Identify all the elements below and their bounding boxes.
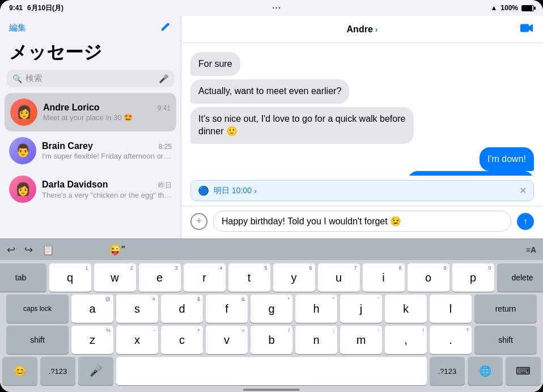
message-3: It's so nice out, I'd love to go for a q… — [190, 107, 414, 144]
key-b[interactable]: /b — [251, 326, 292, 354]
reminder-bar[interactable]: 🔵 明日 10:00 › ✕ — [190, 180, 534, 201]
key-i[interactable]: 8i — [363, 263, 405, 292]
conversation-item-andre[interactable]: 👩 Andre Lorico 9:41 Meet at your place i… — [5, 93, 176, 131]
avatar-darla: 👩 — [9, 176, 36, 203]
key-z[interactable]: %z — [71, 326, 113, 354]
key-o[interactable]: 9o — [408, 263, 449, 292]
key-comma[interactable]: !, — [385, 326, 427, 354]
key-row-2: caps lock @a #s $d &f *g "h 'j k l retur… — [2, 295, 541, 323]
emoji-button[interactable]: 😜" — [109, 244, 125, 256]
wifi-icon: ▲ — [490, 4, 497, 12]
message-4: I'm down! — [480, 147, 534, 171]
status-time: 9:41 — [9, 4, 23, 12]
home-indicator-bar — [0, 387, 543, 392]
conversation-item-brain[interactable]: 👨 Brain Carey 8:25 I'm super flexible! F… — [0, 131, 181, 170]
reminder-close-button[interactable]: ✕ — [519, 185, 527, 196]
conversation-item-darla[interactable]: 👩 Darla Davidson 昨日 There's a very "chic… — [0, 170, 181, 208]
chat-contact[interactable]: Andre › — [347, 24, 378, 35]
key-e[interactable]: 3e — [139, 263, 181, 292]
keyboard-rows: tab 1q 2w 3e 4r 5t 6y 7u 8i 9o 0p delete… — [0, 260, 543, 387]
numeric-key-right[interactable]: .?123 — [430, 357, 465, 385]
numeric-key-left[interactable]: .?123 — [40, 357, 75, 385]
text-style-button[interactable]: ≡A — [526, 245, 536, 254]
tab-key[interactable]: tab — [0, 263, 46, 292]
mic-icon[interactable]: 🎤 — [159, 74, 168, 83]
avatar-brain: 👨 — [9, 137, 36, 164]
key-x[interactable]: -x — [116, 326, 158, 354]
chevron-icon: › — [375, 25, 378, 34]
key-period[interactable]: ?. — [430, 326, 472, 354]
key-j[interactable]: 'j — [340, 295, 382, 323]
key-n[interactable]: ;n — [295, 326, 337, 354]
key-d[interactable]: $d — [161, 295, 203, 323]
mic-key[interactable]: 🎤 — [78, 357, 113, 385]
message-5: Meet at your place in 30 🤩 — [408, 171, 534, 176]
add-button[interactable]: + — [190, 213, 207, 230]
conv-preview-andre: Meet at your place in 30 🤩 — [43, 113, 171, 122]
key-w[interactable]: 2w — [94, 263, 136, 292]
conv-preview-darla: There's a very "chicken or the egg" thin… — [42, 191, 172, 199]
key-row-3: shift %z -x +c =v /b ;n :m !, ?. shift — [2, 326, 541, 354]
key-k[interactable]: k — [385, 295, 427, 323]
key-s[interactable]: #s — [116, 295, 158, 323]
key-y[interactable]: 6y — [273, 263, 315, 292]
message-input[interactable]: Happy birthday! Told you I wouldn't forg… — [213, 211, 511, 232]
undo-button[interactable]: ↩ — [7, 244, 15, 256]
key-r[interactable]: 4r — [184, 263, 226, 292]
key-q[interactable]: 1q — [49, 263, 91, 292]
search-icon: 🔍 — [12, 74, 22, 83]
space-key[interactable] — [116, 357, 427, 385]
message-1: For sure — [190, 52, 240, 76]
key-a[interactable]: @a — [71, 295, 113, 323]
conv-name-darla: Darla Davidson — [42, 180, 108, 190]
message-2: Actually, want to meet even earlier? — [190, 79, 349, 103]
key-l[interactable]: l — [430, 295, 472, 323]
keyboard-dismiss-key[interactable]: ⌨ — [506, 357, 541, 385]
key-row-1: tab 1q 2w 3e 4r 5t 6y 7u 8i 9o 0p delete — [2, 263, 541, 292]
home-indicator — [243, 389, 300, 391]
delete-key[interactable]: delete — [497, 263, 544, 292]
key-p[interactable]: 0p — [452, 263, 494, 292]
outgoing-group: I'm down! Meet at your place in 30 🤩 配信済… — [190, 147, 534, 176]
chat-header: Andre › — [181, 16, 543, 43]
input-area: + Happy birthday! Told you I wouldn't fo… — [181, 206, 543, 238]
key-f[interactable]: &f — [206, 295, 248, 323]
capslock-key[interactable]: caps lock — [6, 295, 69, 323]
avatar-andre: 👩 — [10, 99, 37, 126]
clipboard-button[interactable]: 📋 — [42, 244, 54, 256]
status-bar: 9:41 6月10日(月) ··· ▲ 100% — [0, 0, 543, 16]
redo-button[interactable]: ↪ — [24, 244, 33, 256]
reminder-time: 明日 10:00 › — [214, 186, 257, 196]
chat-area: Andre › For sure Actually, want to meet … — [181, 16, 543, 238]
key-t[interactable]: 5t — [228, 263, 270, 292]
messages-container: For sure Actually, want to meet even ear… — [181, 43, 543, 176]
keyboard-area: ↩ ↪ 📋 😜" ≡A tab 1q 2w 3e 4r 5t 6y 7u 8i … — [0, 238, 543, 392]
key-g[interactable]: *g — [251, 295, 292, 323]
conv-time-darla: 昨日 — [158, 181, 172, 190]
emoji-picker-key[interactable]: 😊 — [2, 357, 37, 385]
key-row-4: 😊 .?123 🎤 .?123 🌐 ⌨ — [2, 357, 541, 385]
key-u[interactable]: 7u — [318, 263, 360, 292]
key-h[interactable]: "h — [295, 295, 337, 323]
shift-left-key[interactable]: shift — [6, 326, 69, 354]
sidebar: 編集 メッセージ 🔍 検索 🎤 👩 An — [0, 16, 181, 238]
key-v[interactable]: =v — [206, 326, 248, 354]
return-key[interactable]: return — [474, 295, 537, 323]
key-c[interactable]: +c — [161, 326, 203, 354]
globe-key[interactable]: 🌐 — [468, 357, 503, 385]
conv-time-brain: 8:25 — [159, 143, 172, 151]
battery-icon — [521, 5, 534, 11]
key-m[interactable]: :m — [340, 326, 382, 354]
battery-label: 100% — [500, 4, 518, 12]
send-button[interactable]: ↑ — [517, 213, 534, 230]
search-input[interactable]: 検索 — [26, 73, 155, 84]
status-dots: ··· — [273, 4, 282, 12]
app-title: メッセージ — [0, 38, 181, 70]
conversation-list: 👩 Andre Lorico 9:41 Meet at your place i… — [0, 93, 181, 238]
compose-button[interactable] — [159, 20, 172, 36]
conv-preview-brain: I'm super flexible! Friday afternoon or … — [42, 152, 172, 160]
search-bar[interactable]: 🔍 検索 🎤 — [7, 70, 174, 87]
shift-right-key[interactable]: shift — [474, 326, 537, 354]
video-call-button[interactable] — [520, 23, 534, 36]
edit-button[interactable]: 編集 — [9, 23, 26, 33]
